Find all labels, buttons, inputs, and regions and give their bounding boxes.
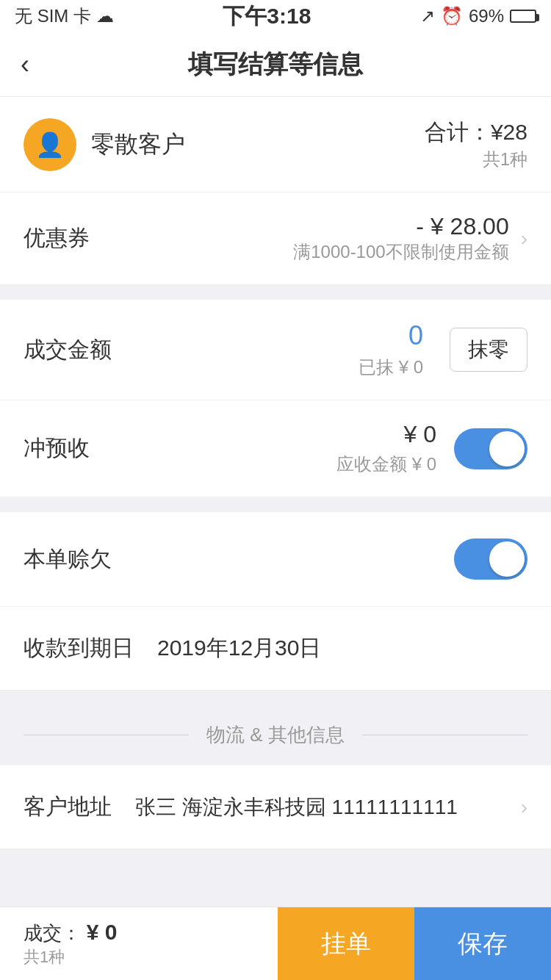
debit-label: 本单赊欠 xyxy=(24,544,112,574)
transaction-label: 成交金额 xyxy=(24,335,112,365)
transaction-sub: 已抹 ¥ 0 xyxy=(359,356,423,379)
person-icon: 👤 xyxy=(35,131,65,159)
prereceipt-right: ¥ 0 应收金额 ¥ 0 xyxy=(336,421,436,476)
bottom-deal-amount: ¥ 0 xyxy=(87,920,118,944)
coupon-label: 优惠券 xyxy=(24,223,90,253)
prereceipt-label: 冲预收 xyxy=(24,433,90,464)
battery-percent: 69% xyxy=(469,6,504,26)
section-divider-2 xyxy=(0,497,551,511)
duedate-row: 收款到期日 2019年12月30日 xyxy=(0,606,551,690)
save-button[interactable]: 保存 xyxy=(414,907,551,981)
debit-toggle[interactable] xyxy=(454,538,527,580)
logistics-title: 物流 & 其他信息 xyxy=(189,722,362,748)
section-divider-1 xyxy=(0,284,551,299)
hang-button[interactable]: 挂单 xyxy=(278,907,414,981)
hang-label: 挂单 xyxy=(321,927,371,961)
customer-left: 👤 零散客户 xyxy=(24,118,185,171)
prereceipt-toggle[interactable] xyxy=(454,428,527,469)
customer-row: 👤 零散客户 合计：¥28 共1种 xyxy=(0,97,551,192)
section-divider-3 xyxy=(0,690,551,705)
transaction-value: 0 xyxy=(408,320,423,351)
bottom-bar: 成交： ¥ 0 共1种 挂单 保存 xyxy=(0,907,551,980)
coupon-description: 满1000-100不限制使用金额 xyxy=(293,240,508,264)
bottom-info: 成交： ¥ 0 共1种 xyxy=(0,920,278,968)
address-chevron-icon: › xyxy=(521,796,527,819)
status-right: ↗ ⏰ 69% xyxy=(420,6,536,26)
divider-left xyxy=(24,735,189,735)
bottom-count: 共1种 xyxy=(24,946,254,968)
content-area: 👤 零散客户 合计：¥28 共1种 优惠券 - ¥ 28.00 满1000-10… xyxy=(0,97,551,937)
transaction-amount-area: 0 已抹 ¥ 0 xyxy=(359,320,423,379)
address-value: 张三 海淀永丰科技园 11111111111 xyxy=(135,793,509,821)
back-button[interactable]: ‹ xyxy=(21,49,29,80)
status-bar: 无 SIM 卡 ☁ 下午3:18 ↗ ⏰ 69% xyxy=(0,0,551,32)
prereceipt-amount: ¥ 0 xyxy=(404,421,436,448)
duedate-value: 2019年12月30日 xyxy=(157,633,321,663)
chevron-right-icon: › xyxy=(521,227,527,251)
customer-name: 零散客户 xyxy=(91,129,185,161)
coupon-right: - ¥ 28.00 满1000-100不限制使用金额 › xyxy=(293,213,527,264)
location-icon: ↗ xyxy=(420,6,435,26)
nav-bar: ‹ 填写结算等信息 xyxy=(0,32,551,97)
coupon-row[interactable]: 优惠券 - ¥ 28.00 满1000-100不限制使用金额 › xyxy=(0,192,551,284)
address-row[interactable]: 客户地址 张三 海淀永丰科技园 11111111111 › xyxy=(0,765,551,849)
customer-right: 合计：¥28 共1种 xyxy=(425,118,527,171)
debit-toggle-knob xyxy=(489,541,525,577)
address-label: 客户地址 xyxy=(24,792,112,822)
toggle-knob xyxy=(489,431,525,466)
duedate-label: 收款到期日 xyxy=(24,633,134,663)
page-title: 填写结算等信息 xyxy=(188,48,363,82)
prereceipt-sub: 应收金额 ¥ 0 xyxy=(336,453,436,476)
coupon-amount: - ¥ 28.00 xyxy=(293,213,508,240)
alarm-icon: ⏰ xyxy=(441,6,463,26)
bottom-deal-label: 成交： xyxy=(24,922,81,944)
prereceipt-row: 冲预收 ¥ 0 应收金额 ¥ 0 xyxy=(0,400,551,497)
battery-icon xyxy=(510,10,536,23)
total-amount: 合计：¥28 xyxy=(425,118,527,148)
logistics-header: 物流 & 其他信息 xyxy=(0,705,551,765)
status-left: 无 SIM 卡 ☁ xyxy=(15,4,114,28)
avatar: 👤 xyxy=(24,118,76,171)
divider-right xyxy=(362,735,527,735)
save-label: 保存 xyxy=(458,927,508,961)
total-count: 共1种 xyxy=(425,148,527,171)
transaction-row: 成交金额 0 已抹 ¥ 0 抹零 xyxy=(0,299,551,400)
status-time: 下午3:18 xyxy=(223,1,311,32)
sim-status: 无 SIM 卡 ☁ xyxy=(15,4,114,28)
debit-row: 本单赊欠 xyxy=(0,511,551,606)
round-button[interactable]: 抹零 xyxy=(450,328,527,372)
